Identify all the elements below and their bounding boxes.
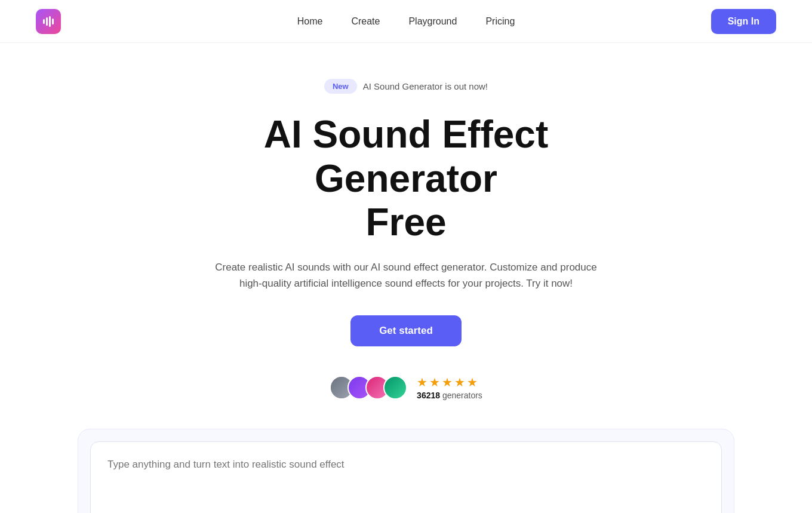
new-badge: New <box>324 79 357 94</box>
avatars <box>330 376 407 400</box>
svg-rect-1 <box>46 17 48 26</box>
generator-box: GENERATE <box>90 441 722 513</box>
logo[interactable] <box>36 9 61 34</box>
svg-rect-0 <box>43 19 45 24</box>
social-proof: ★ ★ ★ ★ ★ 36218 generators <box>330 375 482 400</box>
navbar: Home Create Playground Pricing Sign In <box>0 0 812 43</box>
star-rating: ★ ★ ★ ★ ★ <box>417 375 482 389</box>
announcement-bar: New AI Sound Generator is out now! <box>324 79 488 94</box>
hero-title: AI Sound Effect Generator Free <box>167 113 645 245</box>
hero-subtitle: Create realistic AI sounds with our AI s… <box>209 259 603 291</box>
avatar <box>383 376 407 400</box>
navbar-actions: Sign In <box>711 9 776 34</box>
nav-link-playground[interactable]: Playground <box>408 16 457 27</box>
main-content: New AI Sound Generator is out now! AI So… <box>0 43 812 513</box>
sound-effect-input[interactable] <box>107 459 705 513</box>
sign-in-button[interactable]: Sign In <box>711 9 776 34</box>
generator-section: GENERATE <box>78 429 734 513</box>
svg-rect-2 <box>49 16 51 27</box>
generator-count: 36218 generators <box>417 391 482 400</box>
svg-rect-3 <box>52 19 54 24</box>
nav-link-pricing[interactable]: Pricing <box>485 16 515 27</box>
nav-link-create[interactable]: Create <box>351 16 380 27</box>
social-proof-text: ★ ★ ★ ★ ★ 36218 generators <box>417 375 482 400</box>
announcement-text: AI Sound Generator is out now! <box>363 81 488 91</box>
nav-links: Home Create Playground Pricing <box>297 16 515 27</box>
nav-link-home[interactable]: Home <box>297 16 323 27</box>
get-started-button[interactable]: Get started <box>350 315 462 346</box>
logo-icon <box>36 9 61 34</box>
